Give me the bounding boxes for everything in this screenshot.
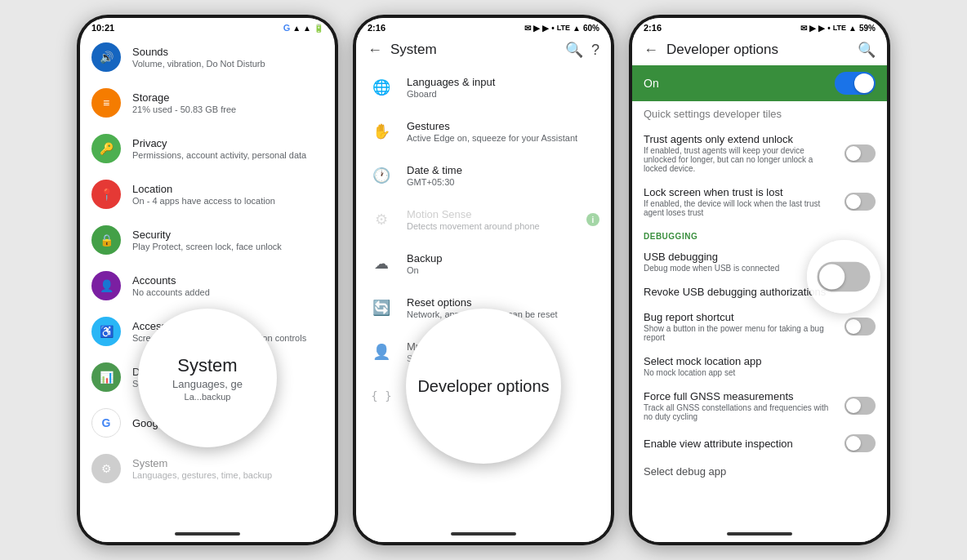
devopt-icon: { }	[368, 382, 395, 410]
accounts-icon: 👤	[91, 271, 121, 300]
nav-pill-2	[451, 532, 516, 536]
system-item-lang[interactable]: 🌐 Languages & input Gboard	[356, 65, 611, 109]
nav-bar-1	[80, 526, 335, 542]
bug-toggle[interactable]	[844, 318, 876, 336]
nav-pill-3	[727, 532, 792, 536]
sounds-sub: Volume, vibration, Do Not Disturb	[132, 59, 323, 69]
gnss-toggle[interactable]	[844, 397, 876, 415]
backup-sub: On	[407, 265, 599, 275]
debugapp-text: Select debug app	[644, 465, 876, 478]
dev-item-trust[interactable]: Trust agents only extend unlock If enabl…	[632, 127, 887, 180]
status-icons-1: G ▲ ▲ 🔋	[283, 23, 323, 33]
viewattr-toggle[interactable]	[844, 434, 876, 452]
back-button-2[interactable]: ←	[368, 42, 382, 59]
settings-item-location[interactable]: 📍 Location On - 4 apps have access to lo…	[80, 171, 335, 217]
accounts-text: Accounts No accounts added	[132, 274, 323, 297]
video-icon: ▶	[533, 24, 540, 33]
accessibility-icon: ♿	[91, 317, 121, 346]
msg-icon-3: ✉	[800, 24, 807, 33]
gestures-icon: ✋	[368, 118, 395, 145]
app-bar-system: ← System 🔍 ?	[356, 34, 611, 65]
bug-sub: Show a button in the power menu for taki…	[644, 324, 836, 342]
lockscreen-text: Lock screen when trust is lost If enable…	[644, 186, 836, 217]
magnify-system-sub: Languages, ge	[172, 378, 243, 390]
usb-text: USB debugging Debug mode when USB is con…	[644, 251, 818, 273]
time-3: 2:16	[644, 23, 662, 33]
lockscreen-title: Lock screen when trust is lost	[644, 186, 836, 198]
mock-title: Select mock location app	[644, 355, 876, 367]
g-icon-1: G	[283, 23, 291, 33]
system-item-datetime[interactable]: 🕐 Date & time GMT+05:30	[356, 153, 611, 198]
datetime-title: Date & time	[407, 164, 599, 176]
mock-sub: No mock location app set	[644, 368, 876, 377]
lockscreen-toggle[interactable]	[844, 193, 876, 211]
dev-item-quick-tiles[interactable]: Quick settings developer tiles	[632, 101, 887, 127]
usb-toggle-overlay[interactable]	[807, 240, 880, 313]
back-button-3[interactable]: ←	[644, 42, 658, 59]
datetime-icon: 🕐	[368, 162, 395, 189]
battery-3: 59%	[859, 24, 876, 33]
lte-3: LTE	[833, 24, 846, 32]
phone-2: 2:16 ✉ ▶ ▶ • LTE ▲ 60% ← System 🔍 ? 🌐	[353, 15, 614, 545]
motion-icon: ⚙	[368, 206, 395, 233]
status-bar-1: 10:21 G ▲ ▲ 🔋	[80, 18, 335, 34]
settings-item-security[interactable]: 🔒 Security Play Protect, screen lock, fa…	[80, 217, 335, 263]
yt-icon: ▶	[542, 24, 549, 33]
dev-item-lockscreen[interactable]: Lock screen when trust is lost If enable…	[632, 180, 887, 224]
gnss-sub: Track all GNSS constellations and freque…	[644, 403, 836, 421]
gestures-text: Gestures Active Edge on, squeeze for you…	[407, 120, 599, 143]
trust-text: Trust agents only extend unlock If enabl…	[644, 133, 836, 173]
system-item-motion[interactable]: ⚙ Motion Sense Detects movement around p…	[356, 198, 611, 242]
viewattr-thumb	[846, 436, 861, 451]
lte-2: LTE	[557, 24, 570, 32]
accounts-title: Accounts	[132, 274, 323, 287]
reset-title: Reset options	[407, 296, 599, 309]
quick-tiles-text: Quick settings developer tiles	[644, 108, 876, 120]
system-item-backup[interactable]: ☁ Backup On	[356, 242, 611, 286]
privacy-text: Privacy Permissions, account activity, p…	[132, 137, 323, 160]
search-button-3[interactable]: 🔍	[858, 41, 876, 59]
datetime-text: Date & time GMT+05:30	[407, 164, 599, 187]
google-icon: G	[91, 408, 121, 438]
video-icon-3: ▶	[809, 24, 816, 33]
status-bar-2: 2:16 ✉ ▶ ▶ • LTE ▲ 60%	[356, 18, 611, 34]
system-item-gestures[interactable]: ✋ Gestures Active Edge on, squeeze for y…	[356, 109, 611, 153]
search-button-2[interactable]: 🔍	[565, 41, 583, 59]
settings-item-storage[interactable]: ≡ Storage 21% used - 50.83 GB free	[80, 80, 335, 126]
dev-item-gnss[interactable]: Force full GNSS measurements Track all G…	[632, 384, 887, 428]
dev-item-debugapp[interactable]: Select debug app	[632, 459, 887, 484]
sounds-icon: 🔊	[91, 42, 121, 72]
system-icon: ⚙	[91, 454, 121, 483]
time-2: 2:16	[368, 23, 385, 33]
motion-badge: i	[586, 213, 599, 226]
security-sub: Play Protect, screen lock, face unlock	[132, 242, 323, 251]
settings-item-accounts[interactable]: 👤 Accounts No accounts added	[80, 263, 335, 309]
security-icon: 🔒	[91, 225, 121, 255]
time-1: 10:21	[91, 23, 114, 33]
storage-icon: ≡	[91, 88, 121, 118]
lockscreen-sub: If enabled, the device will lock when th…	[644, 199, 836, 217]
usb-large-toggle[interactable]	[818, 262, 871, 291]
backup-title: Backup	[407, 252, 599, 264]
settings-item-system[interactable]: ⚙ System Languages, gestures, time, back…	[80, 446, 335, 491]
dev-item-mock[interactable]: Select mock location app No mock locatio…	[632, 349, 887, 384]
help-button-2[interactable]: ?	[591, 42, 599, 59]
backup-icon: ☁	[368, 250, 395, 278]
settings-item-privacy[interactable]: 🔑 Privacy Permissions, account activity,…	[80, 126, 335, 171]
storage-sub: 21% used - 50.83 GB free	[132, 104, 323, 114]
settings-item-sounds[interactable]: 🔊 Sounds Volume, vibration, Do Not Distu…	[80, 34, 335, 80]
dev-options-content: Quick settings developer tiles Trust age…	[632, 101, 887, 526]
accounts-sub: No accounts added	[132, 287, 323, 297]
dev-on-toggle[interactable]	[835, 72, 876, 95]
digital-icon: 📊	[91, 362, 121, 392]
trust-toggle[interactable]	[844, 144, 876, 162]
motion-sub: Detects movement around phone	[407, 221, 575, 231]
datetime-sub: GMT+05:30	[407, 177, 599, 187]
signal-3: ▲	[849, 24, 857, 33]
reset-icon: 🔄	[368, 294, 395, 322]
location-sub: On - 4 apps have access to location	[132, 196, 323, 206]
system-sub: Languages, gestures, time, backup	[132, 470, 323, 480]
dev-item-viewattr[interactable]: Enable view attribute inspection	[632, 428, 887, 459]
gnss-title: Force full GNSS measurements	[644, 390, 836, 402]
magnify-system-sub2: La...backup	[172, 392, 243, 402]
